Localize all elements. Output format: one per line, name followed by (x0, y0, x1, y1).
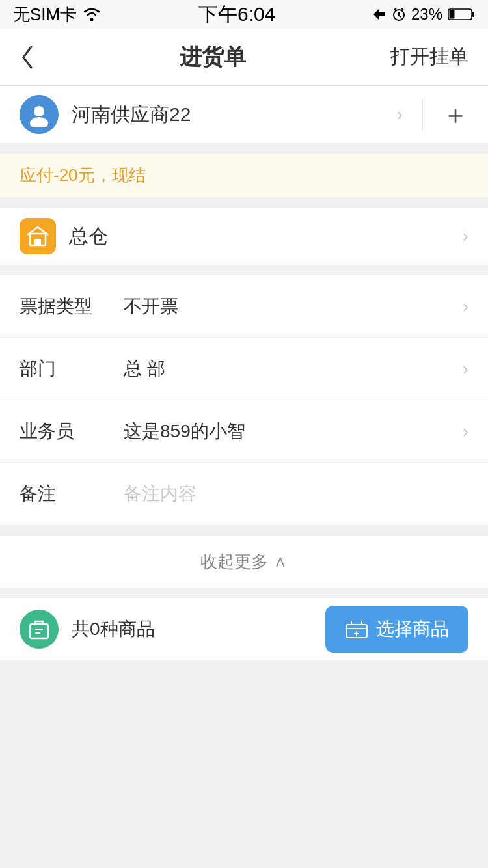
status-left: 无SIM卡 (13, 3, 102, 26)
select-product-button[interactable]: 选择商品 (325, 606, 468, 653)
supplier-row[interactable]: 河南供应商22 › ＋ (0, 86, 488, 143)
wifi-icon (82, 7, 102, 21)
svg-rect-9 (449, 10, 454, 19)
dept-value: 总 部 (98, 357, 463, 381)
supplier-divider (422, 98, 423, 131)
svg-point-11 (30, 117, 48, 127)
invoice-label: 票据类型 (20, 294, 98, 319)
battery-icon (448, 7, 475, 21)
svg-rect-14 (30, 624, 48, 638)
svg-line-4 (399, 16, 401, 17)
location-icon (372, 7, 386, 21)
note-input[interactable]: 备注内容 (98, 481, 468, 506)
salesperson-label: 业务员 (20, 419, 98, 444)
add-supplier-button[interactable]: ＋ (442, 97, 468, 133)
lower-area (0, 660, 488, 868)
warehouse-card: 总仓 › (0, 208, 488, 265)
product-count: 共0种商品 (72, 617, 325, 642)
content: 河南供应商22 › ＋ 应付-20元，现结 总仓 › 票据类型 不 (0, 86, 488, 868)
supplier-arrow-icon: › (397, 104, 403, 125)
svg-point-10 (34, 106, 44, 116)
svg-marker-1 (373, 8, 385, 20)
nav-bar: 进货单 打开挂单 (0, 29, 488, 86)
alarm-icon (392, 7, 406, 21)
svg-line-6 (401, 8, 403, 10)
warehouse-row[interactable]: 总仓 › (0, 208, 488, 265)
open-pending-button[interactable]: 打开挂单 (390, 44, 468, 70)
note-label: 备注 (20, 481, 98, 506)
salesperson-arrow-icon: › (463, 421, 468, 442)
supplier-card: 河南供应商22 › ＋ (0, 86, 488, 143)
note-row[interactable]: 备注 备注内容 (0, 463, 488, 525)
warehouse-name: 总仓 (69, 223, 463, 250)
salesperson-value: 这是859的小智 (98, 419, 463, 444)
back-button[interactable] (20, 44, 35, 70)
bottom-bar: 共0种商品 选择商品 (0, 598, 488, 660)
product-icon (20, 610, 59, 649)
dept-row[interactable]: 部门 总 部 › (0, 338, 488, 400)
notice-text: 应付-20元，现结 (20, 165, 146, 185)
status-right: 23% (372, 5, 475, 23)
form-card: 票据类型 不开票 › 部门 总 部 › 业务员 这是859的小智 › 备注 备注… (0, 275, 488, 525)
status-time: 下午6:04 (198, 1, 275, 28)
notice-bar: 应付-20元，现结 (0, 154, 488, 197)
dept-label: 部门 (20, 357, 98, 381)
page-title: 进货单 (180, 42, 246, 72)
invoice-value: 不开票 (98, 294, 463, 319)
status-bar: 无SIM卡 下午6:04 23% (0, 0, 488, 29)
supplier-name: 河南供应商22 (72, 102, 397, 128)
supplier-avatar (20, 95, 59, 134)
svg-point-0 (90, 18, 94, 21)
invoice-row[interactable]: 票据类型 不开票 › (0, 275, 488, 338)
collapse-label: 收起更多 ∧ (200, 550, 287, 573)
svg-line-5 (394, 8, 396, 10)
svg-rect-13 (34, 239, 41, 245)
cart-icon (345, 619, 368, 639)
collapse-row[interactable]: 收起更多 ∧ (0, 536, 488, 588)
svg-rect-8 (472, 12, 474, 17)
warehouse-icon (20, 218, 56, 254)
salesperson-row[interactable]: 业务员 这是859的小智 › (0, 400, 488, 463)
invoice-arrow-icon: › (463, 296, 468, 317)
select-product-label: 选择商品 (376, 617, 449, 642)
warehouse-arrow-icon: › (463, 226, 468, 247)
signal-text: 无SIM卡 (13, 3, 77, 26)
dept-arrow-icon: › (463, 359, 468, 379)
battery-text: 23% (411, 5, 442, 23)
